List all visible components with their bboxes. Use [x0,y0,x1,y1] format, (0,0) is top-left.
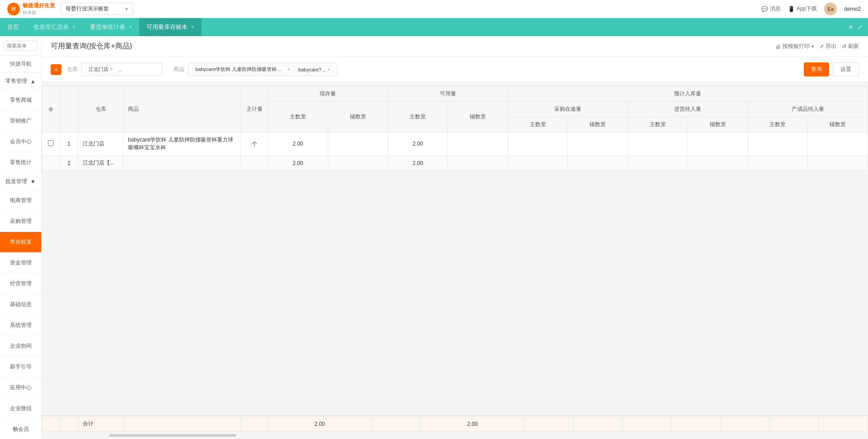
expand-icon: » [55,66,58,73]
sidebar-item-enterprise[interactable]: 企业协同 [0,336,41,357]
download-icon: 📱 [788,6,795,12]
summary-goods [123,416,241,432]
logo-icon: 好 [7,3,20,15]
th-stock-group: 现存量 [268,86,388,102]
avatar[interactable]: Ea [824,3,837,15]
top-bar: 好 畅捷通好生意 标准版 母婴行业演示账套 ▾ 💬 消息 📱 App下载 Ea … [0,0,868,18]
sidebar-nav-shortcut[interactable]: 快捷导航 [0,56,41,73]
summary-stock-main: 2.00 [268,416,372,432]
tab-close-requisition-stats[interactable]: × [129,24,132,30]
scrollbar-thumb[interactable] [109,434,236,437]
row1-goods: babycare学饮杯 儿童防摔防撞吸管杯重力球吸嘴杯宝宝水杯 [123,132,241,156]
tab-receipt-summary[interactable]: 收发存汇总表 × [26,18,83,36]
app-download-btn[interactable]: 📱 App下载 [788,5,817,13]
th-avail-aux: 辅数里 [448,102,508,132]
chevron-icon: ▲ [30,78,36,85]
sidebar-item-operations[interactable]: 经营管理 [0,274,41,294]
goods-tag2: babycare?... × [295,66,333,73]
th-stock-main: 主数里 [268,102,328,132]
sidebar-item-online-store[interactable]: 零售商城 [0,90,41,111]
th-purchase-in-group: 采购在途量 [508,102,627,117]
query-btn[interactable]: 查询 [804,62,829,76]
sidebar: 快捷导航 零售管理 ▲ 零售商城 营销推广 会员中心 零售统计 批发管理 ▼ 电… [0,36,42,439]
warehouse-filter-label: 仓库 [67,66,78,73]
gear-icon[interactable]: ⚙ [48,106,53,113]
row1-transit-main [628,132,688,156]
maximize-icon[interactable]: ⤢ [857,24,863,31]
sidebar-item-retail-stats[interactable]: 零售统计 [0,152,41,173]
top-bar-right: 💬 消息 📱 App下载 Ea demo2 [761,3,861,15]
summary-table: 合计 2.00 2.00 [42,416,868,432]
summary-production-main [769,416,819,432]
th-production-in-group: 产成品待入量 [748,102,868,117]
chevron-down-icon: ▾ [125,6,128,12]
goods-tag2-close[interactable]: × [327,67,330,72]
warehouse-filter-input[interactable]: 江北门店 × ... [81,63,163,76]
search-input[interactable] [4,41,38,51]
row2-no: 2 [60,156,78,171]
tab-close-receipt-summary[interactable]: × [72,24,75,30]
tab-close-available-ledger[interactable]: × [191,24,194,30]
row2-unit [241,156,268,171]
th-no [60,86,78,132]
tab-home[interactable]: 首页 [0,18,26,36]
th-planned-in-group: 预计入库量 [508,86,868,102]
close-window-icon[interactable]: ✕ [848,24,854,31]
sidebar-item-members[interactable]: 会员中心 [0,132,41,152]
row1-checkbox[interactable] [42,132,60,156]
row1-production-aux [808,132,868,156]
row2-stock-main: 2.00 [268,156,328,171]
sidebar-item-inventory[interactable]: 库存核算 [0,232,41,253]
sidebar-item-wholesale[interactable]: 批发管理 ▼ [0,173,41,190]
summary-unit [241,416,268,432]
template-print-btn[interactable]: 🖨 按模板打印 ▾ [775,42,814,50]
summary-transit-main [671,416,721,432]
goods-filter-input[interactable]: babycare学饮杯 儿童防摔防撞吸管杯重力球吸嘴杯宝宝水杯 × babyca… [188,63,337,76]
row2-avail-main: 2.00 [388,156,448,171]
refresh-btn[interactable]: ↺ 刷新 [842,42,859,50]
sidebar-item-finance[interactable]: 资金管理 [0,253,41,274]
th-purchase-in-main: 主数里 [508,117,568,132]
sidebar-item-marketing[interactable]: 营销推广 [0,111,41,132]
scrollbar-area[interactable] [42,432,868,439]
table-container: ⚙ 仓库 商品 主计量 现存量 可用量 预计入库量 主数里 辅数里 主数里 [42,86,868,171]
warehouse-more[interactable]: ... [118,66,123,73]
row2-production-main [748,156,808,171]
warehouse-tag-close[interactable]: × [110,67,113,72]
export-btn[interactable]: ↗ 导出 [819,42,836,50]
tab-requisition-stats[interactable]: 要货单统计表 × [83,18,139,36]
sidebar-item-newbie[interactable]: 新手引导 [0,357,41,378]
page-actions: 🖨 按模板打印 ▾ ↗ 导出 ↺ 刷新 [775,42,859,50]
warehouse-selector[interactable]: 母婴行业演示账套 ▾ [61,3,133,15]
summary-empty1 [42,416,60,432]
th-production-in-main: 主数里 [748,117,808,132]
top-bar-left: 好 畅捷通好生意 标准版 母婴行业演示账套 ▾ [7,2,133,16]
logo-text: 畅捷通好生意 标准版 [23,2,55,16]
row2-production-aux [808,156,868,171]
summary-label: 合计 [78,416,123,432]
row1-stock-aux [328,132,388,156]
goods-tag1-close[interactable]: × [288,67,290,72]
row1-transit-aux [688,132,748,156]
table-row: 1 江北门店 babycare学饮杯 儿童防摔防撞吸管杯重力球吸嘴杯宝宝水杯 个… [42,132,868,156]
refresh-icon: ↺ [842,43,846,50]
row1-avail-main: 2.00 [388,132,448,156]
message-btn[interactable]: 💬 消息 [761,5,781,13]
tab-available-ledger[interactable]: 可用量库存账本 × [139,18,202,36]
row1-avail-aux [448,132,508,156]
expand-btn[interactable]: » [51,64,61,75]
sidebar-item-system[interactable]: 系统管理 [0,315,41,336]
sidebar-item-purchase[interactable]: 采购管理 [0,211,41,232]
sidebar-item-ecommerce[interactable]: 电商管理 [0,190,41,211]
th-settings: ⚙ [42,86,60,132]
row1-purchase-main [508,132,568,156]
settings-btn[interactable]: 设置 [833,62,859,76]
sidebar-item-zero-sales[interactable]: 零售管理 ▲ [0,73,41,90]
nav-tabs: 首页 收发存汇总表 × 要货单统计表 × 可用量库存账本 × ✕ ⤢ [0,18,868,36]
sidebar-item-corp-wechat[interactable]: 企业微信 [0,398,41,419]
sidebar-item-vip-member[interactable]: 畅会员 [0,419,41,439]
row2-purchase-main [508,156,568,171]
sidebar-item-basic-info[interactable]: 基础信息 [0,294,41,315]
nav-window-actions: ✕ ⤢ [843,24,868,31]
sidebar-item-app-center[interactable]: 应用中心 [0,378,41,398]
